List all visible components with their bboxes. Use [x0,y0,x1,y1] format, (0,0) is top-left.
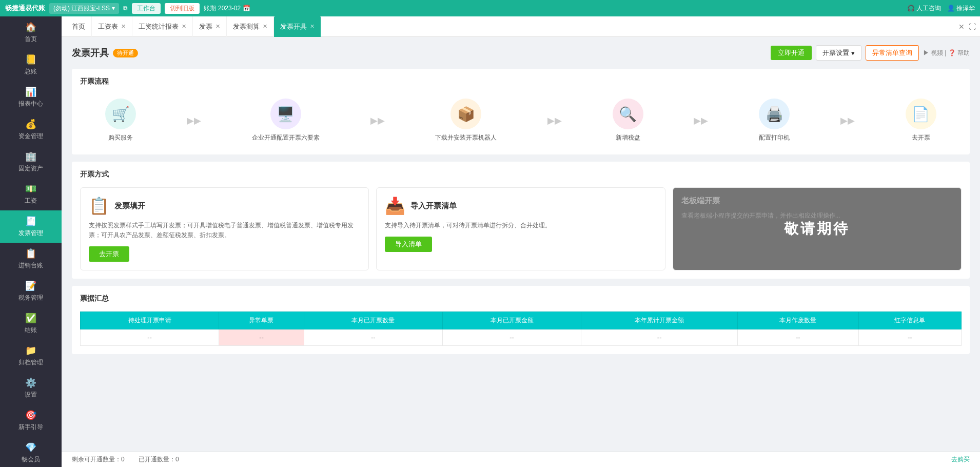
tab-salary-table-close[interactable]: ✕ [121,23,126,30]
tab-invoice-list-close[interactable]: ✕ [215,23,220,30]
settings-icon: ⚙️ [25,377,36,388]
col-abnormal: 异常单票 [219,312,304,329]
sidebar-item-tax[interactable]: 📝 税务管理 [0,275,62,307]
sidebar-item-settlement[interactable]: ✅ 结账 [0,307,62,340]
sidebar-item-reports[interactable]: 📊 报表中心 [0,81,62,113]
tab-invoice-calc-close[interactable]: ✕ [263,23,267,30]
immediate-open-button[interactable]: 立即开通 [771,46,812,60]
sidebar-item-assets[interactable]: 🏢 固定资产 [0,146,62,178]
tab-invoice-calc-label: 发票测算 [233,22,260,31]
process-section: 开票流程 🛒 购买服务 ▶▶ 🖥️ 企业开通配置开票六要素 ▶▶ 📦 下 [72,69,970,154]
summary-section-title: 票据汇总 [80,294,962,303]
buy-link[interactable]: 去购买 [951,455,970,464]
col-annual-amount: 本年累计开票金额 [581,312,738,329]
tab-home[interactable]: 首页 [66,16,92,37]
username-label: 徐泽华 [956,4,975,13]
cell-monthly-amount: -- [442,329,581,346]
tab-salary-table[interactable]: 工资表 ✕ [92,16,132,37]
sidebar-item-purchase[interactable]: 📋 进销台账 [0,243,62,275]
step-buy-label: 购买服务 [108,133,133,142]
method-manual-desc: 支持按照发票样式手工填写开发票；可开具增值税电子普通发票、增值税普通发票、增值税… [89,221,360,240]
video-icon: ▶ [923,49,929,56]
company-name: (勿动) 江西服宝-LSS [53,4,110,13]
copy-icon[interactable]: ⧉ [123,5,128,12]
method-import-desc: 支持导入待开票清单，可对待开票清单进行拆分、合并处理。 [385,221,656,230]
page-title: 发票开具 [72,47,109,59]
purchase-icon: 📋 [25,248,36,259]
sidebar-label-home: 首页 [25,35,37,44]
step-issue[interactable]: 📄 去开票 [906,99,936,142]
user-avatar[interactable]: 👤 徐泽华 [947,4,975,13]
sidebar-item-vip[interactable]: 💎 畅会员 [0,437,62,467]
summary-section: 票据汇总 待处理开票申请 异常单票 本月已开票数量 本月已开票金额 本年累计开票… [72,286,970,354]
step-buy-icon: 🛒 [105,99,136,129]
tab-expand-icon[interactable]: ⛶ [969,23,976,31]
sidebar: 🏠 首页 📒 总账 📊 报表中心 💰 资金管理 🏢 固定资产 💵 工资 🧾 发票… [0,16,62,467]
footer-info: 剩余可开通数量：0 已开通数量：0 [72,455,179,464]
main-content: 首页 工资表 ✕ 工资统计报表 ✕ 发票 ✕ 发票测算 ✕ 发票开具 ✕ [62,16,980,467]
sidebar-label-salary: 工资 [25,197,37,205]
sidebar-item-ledger[interactable]: 📒 总账 [0,49,62,81]
arrow-5: ▶▶ [840,115,855,126]
consult-button[interactable]: 🎧 人工咨询 [907,4,941,13]
coming-soon-overlay: 敬请期待 [673,188,961,270]
tab-invoice-calc[interactable]: 发票测算 ✕ [227,16,274,37]
sidebar-item-settings[interactable]: ⚙️ 设置 [0,372,62,404]
tab-invoice-issue[interactable]: 发票开具 ✕ [274,16,321,37]
tab-salary-report[interactable]: 工资统计报表 ✕ [132,16,193,37]
tab-invoice-list-label: 发票 [199,22,212,31]
old-version-button[interactable]: 切到旧版 [165,3,200,14]
arrow-2: ▶▶ [370,115,385,126]
tab-close-all-icon[interactable]: ✕ [958,23,965,31]
settings-dropdown-icon: ▾ [851,49,855,57]
sidebar-label-vip: 畅会员 [22,455,40,464]
cell-red-info: -- [858,329,961,346]
method-import-header: 📥 导入开票清单 [385,196,656,216]
tab-invoice-issue-close[interactable]: ✕ [310,23,315,30]
step-download[interactable]: 📦 下载并安装开票机器人 [435,99,497,142]
tab-salary-report-close[interactable]: ✕ [182,23,186,30]
invoice-methods: 📋 发票填开 支持按照发票样式手工填写开发票；可开具增值税电子普通发票、增值税普… [80,187,962,270]
sidebar-item-salary[interactable]: 💵 工资 [0,178,62,210]
sidebar-item-home[interactable]: 🏠 首页 [0,16,62,49]
tab-bar-actions: ✕ ⛶ [958,23,976,31]
col-pending: 待处理开票申请 [81,312,219,329]
step-buy[interactable]: 🛒 购买服务 [105,99,136,142]
sidebar-item-archive[interactable]: 📁 归档管理 [0,340,62,372]
ticket-settings-button[interactable]: 开票设置 ▾ [816,45,861,61]
reports-icon: 📊 [25,86,36,98]
page-body: 发票开具 待开通 立即开通 开票设置 ▾ 异常清单查询 ▶ 视频 | ❓ [62,37,980,452]
settlement-icon: ✅ [25,313,36,324]
workbench-button[interactable]: 工作台 [132,3,161,14]
cell-abnormal: -- [219,329,304,346]
step-config-icon: 🖥️ [270,99,301,129]
step-printer-label: 配置打印机 [759,133,790,142]
method-import-title: 导入开票清单 [410,201,457,211]
video-help-btn[interactable]: ▶ 视频 | ❓ 帮助 [923,49,970,57]
company-selector[interactable]: (勿动) 江西服宝-LSS ▾ [49,3,119,14]
step-printer[interactable]: 🖨️ 配置打印机 [759,99,790,142]
step-issue-label: 去开票 [912,133,930,142]
import-list-button[interactable]: 导入清单 [385,237,432,252]
sidebar-item-guide[interactable]: 🎯 新手引导 [0,404,62,437]
page-footer: 剩余可开通数量：0 已开通数量：0 去购买 [62,452,980,467]
sidebar-label-invoice: 发票管理 [18,229,43,238]
sidebar-item-funds[interactable]: 💰 资金管理 [0,113,62,146]
method-section: 开票方式 📋 发票填开 支持按照发票样式手工填写开发票；可开具增值税电子普通发票… [72,162,970,279]
home-icon: 🏠 [25,22,36,33]
sidebar-item-invoice[interactable]: 🧾 发票管理 [0,210,62,243]
step-printer-icon: 🖨️ [759,99,790,129]
method-manual-header: 📋 发票填开 [89,196,360,216]
calendar-icon[interactable]: 📅 [243,5,250,12]
step-config[interactable]: 🖥️ 企业开通配置开票六要素 [252,99,320,142]
vip-icon: 💎 [25,442,36,453]
tab-salary-table-label: 工资表 [98,22,118,31]
help-icon: ❓ [948,49,956,56]
abnormal-query-button[interactable]: 异常清单查询 [866,45,919,61]
manual-issue-button[interactable]: 去开票 [89,246,129,262]
period-label: 账期 2023-02 📅 [204,4,250,13]
tab-invoice-list[interactable]: 发票 ✕ [193,16,227,37]
ledger-icon: 📒 [25,54,36,65]
status-badge: 待开通 [113,49,138,57]
step-taxdisk[interactable]: 🔍 新增税盘 [613,99,643,142]
